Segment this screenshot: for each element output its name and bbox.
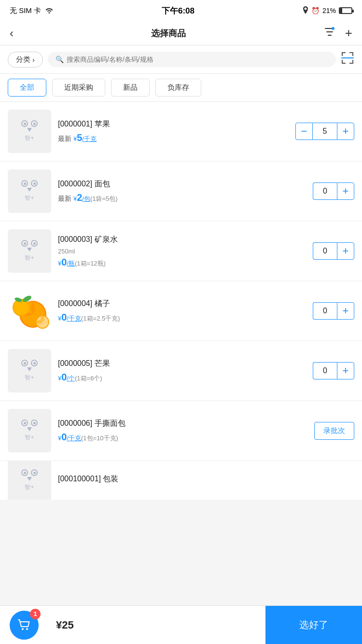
tab-negative[interactable]: 负库存 — [155, 79, 201, 97]
owl-logo: 智+ — [21, 240, 38, 262]
category-label: 分类 — [16, 55, 30, 64]
wifi-icon — [45, 7, 54, 15]
confirm-button[interactable]: 选好了 — [265, 606, 362, 644]
table-row: 智+ [0000003] 矿泉水 250ml ¥0/瓶(1箱=12瓶) + — [0, 222, 362, 280]
category-button[interactable]: 分类 › — [8, 52, 43, 68]
qty-input-3[interactable] — [313, 242, 337, 260]
nav-actions: + — [324, 26, 352, 41]
category-arrow: › — [32, 56, 35, 64]
qty-plus-2[interactable]: + — [337, 182, 354, 200]
qty-plus-1[interactable]: + — [337, 123, 354, 140]
product-info-5: [0000005] 芒果 ¥0/个(1箱=6个) — [58, 359, 306, 383]
cart-total: ¥25 — [56, 619, 74, 631]
qty-input-5[interactable] — [313, 362, 337, 379]
table-row: 智+ [0000005] 芒果 ¥0/个(1箱=6个) + — [0, 341, 362, 400]
svg-point-23 — [22, 628, 24, 630]
product-price-5: ¥0/个(1箱=6个) — [58, 372, 306, 383]
svg-rect-12 — [341, 57, 354, 58]
svg-point-18 — [14, 300, 29, 315]
scan-icon[interactable] — [341, 51, 354, 68]
product-thumbnail-2: 智+ — [8, 169, 51, 213]
svg-rect-7 — [352, 52, 353, 56]
back-button[interactable]: ‹ — [10, 27, 14, 40]
tab-new[interactable]: 新品 — [111, 79, 150, 97]
qty-control-4: + — [313, 302, 354, 320]
product-thumbnail-3: 智+ — [8, 229, 51, 273]
qty-input-1[interactable] — [313, 123, 337, 140]
svg-rect-5 — [342, 52, 343, 56]
status-left: 无 SIM 卡 — [10, 6, 54, 15]
svg-point-3 — [332, 27, 334, 30]
table-row: 智+ [0000006] 手撕面包 ¥0/千克(1包=10千克) 录批次 — [0, 401, 362, 460]
table-row: [0000004] 橘子 ¥0/千克(1箱=2.5千克) + — [0, 281, 362, 340]
owl-logo: 智+ — [21, 469, 38, 491]
qty-control-5: + — [313, 362, 354, 379]
tab-all[interactable]: 全部 — [8, 79, 46, 97]
qty-input-4[interactable] — [313, 302, 337, 320]
product-info-3: [0000003] 矿泉水 250ml ¥0/瓶(1箱=12瓶) — [58, 235, 306, 268]
product-thumbnail-4 — [8, 289, 51, 333]
table-row: 智+ [0000002] 面包 最新 ¥2/包(1袋=5包) + — [0, 162, 362, 221]
table-row: 智+ [000100001] 包装 — [0, 461, 362, 500]
product-price-4: ¥0/千克(1箱=2.5千克) — [58, 312, 306, 323]
product-price-3: ¥0/瓶(1箱=12瓶) — [58, 257, 306, 268]
product-info-7: [000100001] 包装 — [58, 474, 354, 487]
carrier-label: 无 SIM 卡 — [10, 6, 41, 15]
search-box: 🔍 — [48, 52, 336, 67]
bottom-bar: 1 ¥25 选好了 — [0, 605, 362, 644]
table-row: 智+ [0000001] 苹果 最新 ¥5/千克 − + — [0, 102, 362, 161]
qty-control-3: + — [313, 242, 354, 260]
product-info-6: [0000006] 手撕面包 ¥0/千克(1包=10千克) — [58, 419, 307, 443]
product-list: 智+ [0000001] 苹果 最新 ¥5/千克 − + 智+ — [0, 102, 362, 500]
qty-input-2[interactable] — [313, 182, 337, 200]
status-right: ⏰ 21% — [303, 6, 352, 15]
page-title: 选择商品 — [151, 28, 186, 39]
add-icon[interactable]: + — [345, 26, 352, 41]
location-icon — [303, 6, 308, 15]
product-name-3: [0000003] 矿泉水 — [58, 235, 306, 245]
owl-logo: 智+ — [21, 420, 38, 442]
cart-badge: 1 — [30, 609, 41, 619]
svg-rect-2 — [328, 35, 332, 36]
search-icon: 🔍 — [56, 56, 64, 63]
product-thumbnail-6: 智+ — [8, 409, 51, 452]
qty-plus-3[interactable]: + — [337, 242, 354, 260]
product-name-1: [0000001] 苹果 — [58, 119, 289, 129]
product-name-7: [000100001] 包装 — [58, 474, 354, 484]
product-name-4: [0000004] 橘子 — [58, 299, 306, 309]
product-price-6: ¥0/千克(1包=10千克) — [58, 432, 307, 443]
nav-bar: ‹ 选择商品 + — [0, 21, 362, 45]
qty-minus-1[interactable]: − — [295, 123, 313, 140]
product-thumbnail-7: 智+ — [8, 461, 51, 500]
svg-rect-9 — [342, 60, 343, 64]
qty-plus-4[interactable]: + — [337, 302, 354, 320]
battery-icon — [339, 7, 352, 14]
product-price-1: 最新 ¥5/千克 — [58, 132, 289, 143]
qty-plus-5[interactable]: + — [337, 362, 354, 379]
battery-percent: 21% — [322, 7, 336, 14]
product-name-5: [0000005] 芒果 — [58, 359, 306, 369]
qty-control-1: − + — [295, 123, 354, 140]
search-input[interactable] — [67, 56, 328, 63]
svg-rect-1 — [326, 31, 333, 32]
product-price-2: 最新 ¥2/包(1袋=5包) — [58, 192, 306, 203]
qty-control-2: + — [313, 182, 354, 200]
product-info-2: [0000002] 面包 最新 ¥2/包(1袋=5包) — [58, 179, 306, 203]
status-bar: 无 SIM 卡 下午6:08 ⏰ 21% — [0, 0, 362, 21]
filter-icon[interactable] — [324, 27, 335, 40]
cart-area: 1 — [10, 611, 39, 640]
tab-recent[interactable]: 近期采购 — [52, 79, 105, 97]
svg-point-24 — [26, 628, 28, 630]
owl-logo: 智+ — [21, 120, 38, 142]
product-info-4: [0000004] 橘子 ¥0/千克(1箱=2.5千克) — [58, 299, 306, 323]
owl-logo: 智+ — [21, 360, 38, 382]
product-spec-3: 250ml — [58, 248, 306, 255]
batch-button-6[interactable]: 录批次 — [314, 422, 354, 440]
status-time: 下午6:08 — [162, 5, 195, 16]
filter-bar: 分类 › 🔍 — [0, 45, 362, 74]
owl-logo: 智+ — [21, 180, 38, 202]
product-info-1: [0000001] 苹果 最新 ¥5/千克 — [58, 119, 289, 143]
product-name-6: [0000006] 手撕面包 — [58, 419, 307, 429]
tabs-bar: 全部 近期采购 新品 负库存 — [0, 74, 362, 102]
product-thumbnail-5: 智+ — [8, 349, 51, 392]
